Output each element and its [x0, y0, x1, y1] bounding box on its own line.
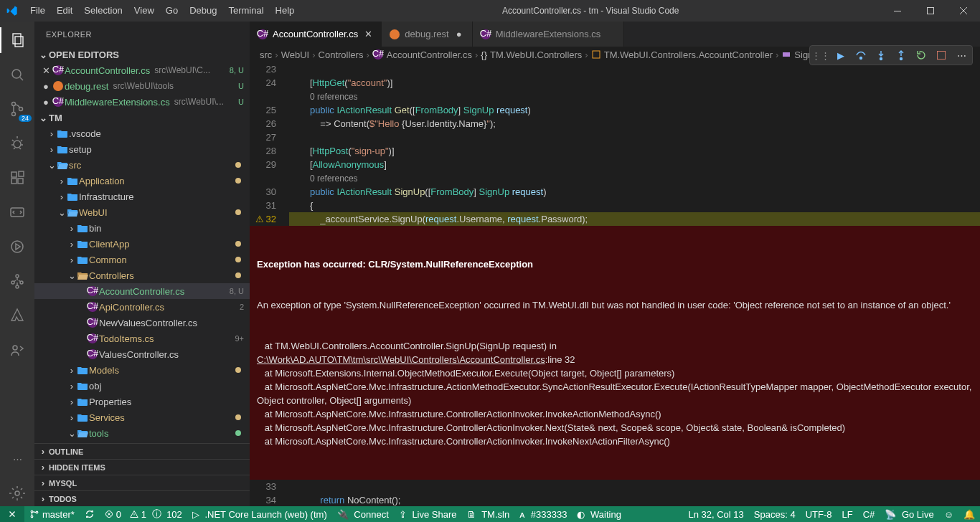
tree-item[interactable]: ›Infrastructure	[34, 189, 250, 204]
menu-help[interactable]: Help	[270, 0, 301, 22]
maximize-button[interactable]	[914, 0, 947, 22]
breadcrumb-item[interactable]: TM.WebUI.Controllers	[490, 49, 582, 60]
liveshare-icon[interactable]	[0, 337, 34, 363]
tree-item[interactable]: ›setup	[34, 141, 250, 157]
tree-item[interactable]: ›Models	[34, 362, 250, 378]
encoding[interactable]: UTF-8	[801, 506, 837, 522]
section-todos[interactable]: ›TODOS	[34, 490, 250, 506]
restart-icon[interactable]	[913, 47, 929, 63]
feedback-icon[interactable]: ☺	[939, 506, 958, 522]
menu-selection[interactable]: Selection	[78, 0, 128, 22]
menu-view[interactable]: View	[128, 0, 160, 22]
tree-item[interactable]: C#TodoItems.cs9+	[34, 331, 250, 346]
menu-debug[interactable]: Debug	[184, 0, 222, 22]
tree-item[interactable]: ›Properties	[34, 394, 250, 409]
file-icon: C#	[86, 348, 99, 360]
tree-item[interactable]: C#NewValuesController.cs	[34, 315, 250, 331]
close-icon[interactable]: ✕	[40, 65, 52, 76]
tree-item[interactable]: ›.vscode	[34, 125, 250, 141]
section-outline[interactable]: ›OUTLINE	[34, 443, 250, 459]
tree-item[interactable]: ›Common	[34, 252, 250, 267]
editor-tab[interactable]: C#MiddlewareExtensions.cs	[473, 22, 625, 47]
tree-item[interactable]: ›Application	[34, 173, 250, 189]
solution[interactable]: 🗎 TM.sln	[462, 506, 515, 522]
tree-item[interactable]: debug.restU	[34, 441, 250, 443]
waiting[interactable]: ◐ Waiting	[572, 506, 626, 522]
notifications-icon[interactable]: 🔔	[958, 506, 980, 522]
extensions-icon[interactable]	[0, 165, 34, 191]
tree-item[interactable]: C#ApiController.cs2	[34, 299, 250, 315]
tree-item[interactable]: ⌄src	[34, 157, 250, 173]
close-button[interactable]	[947, 0, 980, 22]
file-path: src\WebUI\...	[174, 97, 238, 107]
breadcrumb-item[interactable]: TM.WebUI.Controllers.AccountController	[604, 49, 773, 60]
project-header[interactable]: ⌄TM	[34, 110, 250, 125]
step-over-icon[interactable]	[853, 47, 869, 63]
tree-item[interactable]: ⌄tools	[34, 425, 250, 441]
code-editor[interactable]: 23242526272829303132 [HttpGet("account")…	[250, 62, 980, 506]
drag-handle-icon[interactable]: ⋮⋮	[813, 47, 829, 63]
debug-launch[interactable]: ▷ .NET Core Launch (web) (tm)	[187, 506, 332, 522]
file-icon	[76, 397, 89, 407]
eol[interactable]: LF	[837, 506, 857, 522]
live-share[interactable]: ⇪ Live Share	[394, 506, 462, 522]
git-sync[interactable]	[80, 506, 100, 522]
step-into-icon[interactable]	[873, 47, 889, 63]
test-icon[interactable]	[0, 234, 34, 260]
debug-connect[interactable]: 🔌 Connect	[332, 506, 394, 522]
breadcrumb-item[interactable]: WebUI	[281, 49, 310, 60]
remote-indicator-icon[interactable]	[0, 506, 24, 522]
spaces[interactable]: Spaces: 4	[749, 506, 801, 522]
file-icon: C#	[257, 29, 268, 40]
minimize-button[interactable]	[881, 0, 914, 22]
open-editors-header[interactable]: ⌄OPEN EDITORS	[34, 47, 250, 62]
explorer-icon[interactable]	[0, 27, 34, 53]
color-hex[interactable]: ᴀ #333333	[514, 506, 572, 522]
menu-go[interactable]: Go	[160, 0, 184, 22]
debug-toolbar[interactable]: ⋮⋮ ▶ ⋯	[809, 45, 973, 65]
tree-item[interactable]: ⌄Controllers	[34, 267, 250, 283]
tree-item[interactable]: ⌄WebUI	[34, 204, 250, 220]
section-hidden items[interactable]: ›HIDDEN ITEMS	[34, 459, 250, 475]
open-editor-item[interactable]: ✕C#AccountController.cssrc\WebUI\C...8, …	[34, 62, 250, 78]
breadcrumb-item[interactable]: src	[260, 49, 272, 60]
tree-item[interactable]: C#AccountController.cs8, U	[34, 283, 250, 299]
settings-icon[interactable]	[0, 480, 34, 506]
breadcrumb-item[interactable]: Controllers	[319, 49, 364, 60]
file-icon	[56, 128, 69, 138]
editor-tab[interactable]: debug.rest●	[382, 22, 472, 47]
remote-icon[interactable]	[0, 199, 34, 225]
continue-icon[interactable]: ▶	[833, 47, 849, 63]
problems[interactable]: 0 1 ⓘ 102	[100, 506, 187, 522]
cursor-pos[interactable]: Ln 32, Col 13	[683, 506, 748, 522]
search-icon[interactable]	[0, 62, 34, 87]
tree-item[interactable]: ›obj	[34, 378, 250, 394]
editor-tab[interactable]: C#AccountController.cs✕	[250, 22, 382, 47]
git-graph-icon[interactable]	[0, 268, 34, 294]
open-editor-item[interactable]: ●C#MiddlewareExtensions.cssrc\WebUI\...U	[34, 94, 250, 110]
language-mode[interactable]: C#	[858, 506, 880, 522]
menu-edit[interactable]: Edit	[51, 0, 78, 22]
more-icon[interactable]: ⋯	[0, 446, 34, 472]
open-editor-item[interactable]: ●debug.restsrc\WebUI\toolsU	[34, 78, 250, 94]
more-debug-icon[interactable]: ⋯	[953, 47, 969, 63]
tree-item[interactable]: ›Services	[34, 409, 250, 425]
breadcrumb-item[interactable]: AccountController.cs	[387, 49, 472, 60]
tree-item[interactable]: ›bin	[34, 220, 250, 236]
menu-file[interactable]: File	[24, 0, 51, 22]
chevron-icon: ⌄	[67, 270, 76, 281]
stop-icon[interactable]	[933, 47, 949, 63]
close-icon[interactable]: ✕	[362, 29, 374, 39]
section-mysql[interactable]: ›MYSQL	[34, 475, 250, 490]
git-badge: 8, U	[230, 66, 244, 75]
debug-icon[interactable]	[0, 130, 34, 156]
sidebar-title: EXPLORER	[34, 22, 250, 47]
git-branch[interactable]: master*	[24, 506, 80, 522]
step-out-icon[interactable]	[893, 47, 909, 63]
tree-item[interactable]: C#ValuesController.cs	[34, 346, 250, 362]
menu-terminal[interactable]: Terminal	[222, 0, 269, 22]
azure-icon[interactable]	[0, 303, 34, 328]
scm-icon[interactable]: 24	[0, 96, 34, 122]
go-live[interactable]: 📡 Go Live	[880, 506, 938, 522]
tree-item[interactable]: ›ClientApp	[34, 236, 250, 252]
